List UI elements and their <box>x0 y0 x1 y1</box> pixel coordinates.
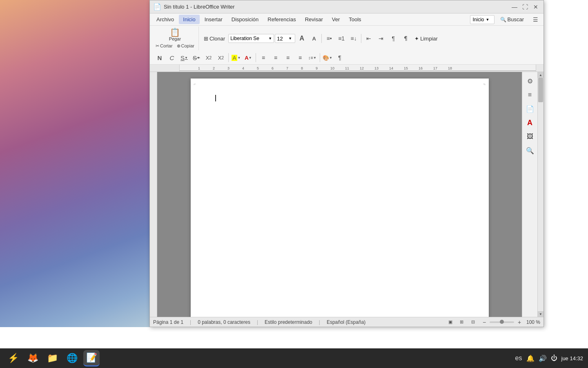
svg-text:18: 18 <box>448 66 452 70</box>
menu-disposicion[interactable]: Disposición <box>227 15 263 24</box>
close-button[interactable]: ✕ <box>531 2 540 11</box>
zoom-in-button[interactable]: + <box>516 319 523 326</box>
unordered-list-button[interactable]: ≡• <box>323 33 335 44</box>
font-dropdown-icon: ▼ <box>268 36 272 40</box>
menu-referencias[interactable]: Referencias <box>263 15 300 24</box>
font-color-button[interactable]: A ▼ <box>243 52 254 63</box>
italic-button[interactable]: C <box>166 52 178 63</box>
strikethrough-button[interactable]: S ▼ <box>191 52 202 63</box>
word-count: 0 palabras, 0 caracteres <box>198 319 250 325</box>
bg-color-button[interactable]: 🎨 ▼ <box>322 52 333 63</box>
document-page[interactable]: ⌐ ¬ <box>191 79 489 317</box>
align-right-button[interactable]: ≡ <box>282 52 294 63</box>
align-center-button[interactable]: ≡ <box>270 52 281 63</box>
taskbar-app-writer[interactable]: 📝 <box>83 350 100 366</box>
underline-button[interactable]: S ▼ <box>178 52 190 63</box>
scroll-down-button[interactable]: ▼ <box>538 311 543 317</box>
compass-panel-button[interactable]: 🔍 <box>524 145 536 156</box>
show-formatting-button[interactable]: ¶̈ <box>400 33 411 44</box>
ordered-list-button[interactable]: ≡1 <box>336 33 347 44</box>
superscript-button[interactable]: X2 <box>215 52 227 63</box>
subscript-button[interactable]: X2 <box>203 52 214 63</box>
document-area[interactable]: ⌐ ¬ <box>157 72 522 317</box>
line-spacing-button[interactable]: ↕≡ ▼ <box>307 52 318 63</box>
page-style: Estilo predeterminado <box>265 319 312 325</box>
menu-expand-button[interactable]: ☰ <box>530 14 541 25</box>
view-normal-button[interactable]: ▣ <box>446 319 454 326</box>
right-panel: ⚙ ≡ 📄 A 🖼 🔍 <box>522 72 537 317</box>
indent-decrease-button[interactable]: ⇤ <box>363 33 374 44</box>
clear-button[interactable]: ✦ Limpiar <box>412 33 440 44</box>
svg-text:2: 2 <box>213 66 215 70</box>
scroll-up-button[interactable]: ▲ <box>538 72 543 78</box>
zoom-slider: − + <box>481 319 523 326</box>
menu-tools[interactable]: Tools <box>345 15 365 24</box>
taskbar-app-browser[interactable]: 🌐 <box>64 350 80 366</box>
cut-button[interactable]: ✂ Cortar <box>154 42 174 49</box>
style-dropdown[interactable]: Inicio ▼ <box>470 15 494 24</box>
align-justify-button[interactable]: ≡ <box>294 52 306 63</box>
line-spacing-dropdown: ▼ <box>313 56 316 60</box>
toolbar-area: 📋 Pegar ✂ Cortar ⊕ Copiar ⊞ Clon <box>150 26 543 65</box>
sidebar-left <box>150 72 157 317</box>
maximize-button[interactable]: ⛶ <box>521 2 530 11</box>
clear-label: Limpiar <box>420 36 438 42</box>
strikethrough-dropdown: ▼ <box>197 56 200 60</box>
view-book-button[interactable]: ⊟ <box>469 319 477 326</box>
menu-ver[interactable]: Ver <box>328 15 344 24</box>
view-page-button[interactable]: ⊞ <box>458 319 466 326</box>
paragraph-button[interactable]: ¶ <box>388 33 399 44</box>
separator1 <box>321 34 322 43</box>
menu-insertar[interactable]: Insertar <box>200 15 227 24</box>
app-window: 📄 Sin título 1 - LibreOffice Writer — ⛶ … <box>149 0 544 327</box>
paste-button[interactable]: 📋 Pegar <box>166 27 184 42</box>
search-button[interactable]: 🔍 Buscar <box>498 14 526 25</box>
image-panel-button[interactable]: 🖼 <box>524 131 536 142</box>
menu-revisar[interactable]: Revisar <box>301 15 327 24</box>
paste-icon: 📋 <box>170 28 180 36</box>
sound-icon[interactable]: 🔊 <box>539 355 547 362</box>
menu-inicio[interactable]: Inicio <box>179 15 199 24</box>
zoom-track[interactable] <box>490 321 514 323</box>
font-size-decrease-button[interactable]: A <box>308 33 320 44</box>
scissors-icon: ✂ <box>156 43 159 49</box>
menu-archivo[interactable]: Archivo <box>152 15 178 24</box>
paragraph-mark-button[interactable]: ¶ <box>334 52 345 63</box>
underline-icon: S <box>180 54 185 61</box>
align-left-button[interactable]: ≡ <box>258 52 269 63</box>
network-icon[interactable]: 🔔 <box>526 355 535 362</box>
indent-increase-button[interactable]: ⇥ <box>375 33 387 44</box>
properties-panel-button[interactable]: ⚙ <box>524 75 536 87</box>
vertical-scrollbar[interactable]: ▲ ▼ <box>537 72 543 317</box>
style-label: Inicio <box>473 17 484 22</box>
window-title: Sin título 1 - LibreOffice Writer <box>164 4 235 10</box>
scroll-thumb[interactable] <box>538 78 543 102</box>
navigator-panel-button[interactable]: 📄 <box>524 103 536 114</box>
font-name-value: Liberation Se <box>230 36 267 41</box>
font-size-selector[interactable]: 12 ▼ <box>275 34 295 43</box>
zoom-out-button[interactable]: − <box>481 319 488 326</box>
power-icon[interactable]: ⏻ <box>551 355 557 362</box>
taskbar-app-files[interactable]: 📁 <box>44 350 60 366</box>
taskbar-app-zorin[interactable]: ⚡ <box>5 350 21 366</box>
svg-text:8: 8 <box>301 66 303 70</box>
title-left: 📄 Sin título 1 - LibreOffice Writer <box>153 3 235 11</box>
clipboard-group: 📋 Pegar ✂ Cortar ⊕ Copiar <box>151 27 199 50</box>
content-area: ⌐ ¬ ⚙ ≡ 📄 A 🖼 🔍 <box>150 72 543 317</box>
highlight-button[interactable]: A ▼ <box>230 52 242 63</box>
copy-button[interactable]: ⊕ Copiar <box>175 42 196 49</box>
outline-list-button[interactable]: ≡↓ <box>348 33 359 44</box>
text-panel-button[interactable]: A <box>524 117 536 128</box>
corner-mark-tl: ⌐ <box>194 82 196 86</box>
app-icon: 📄 <box>153 3 161 11</box>
taskbar-app-firefox[interactable]: 🦊 <box>24 350 41 366</box>
minimize-button[interactable]: — <box>510 2 519 11</box>
bold-button[interactable]: N <box>154 52 165 63</box>
search-label: Buscar <box>508 16 524 22</box>
clone-button[interactable]: ⊞ Clonar <box>201 33 227 44</box>
font-name-selector[interactable]: Liberation Se ▼ <box>228 34 274 43</box>
scroll-track[interactable] <box>538 78 543 311</box>
styles-panel-button[interactable]: ≡ <box>524 89 536 101</box>
font-size-increase-button[interactable]: A <box>296 33 307 44</box>
font-size-dropdown-icon: ▼ <box>288 36 292 40</box>
